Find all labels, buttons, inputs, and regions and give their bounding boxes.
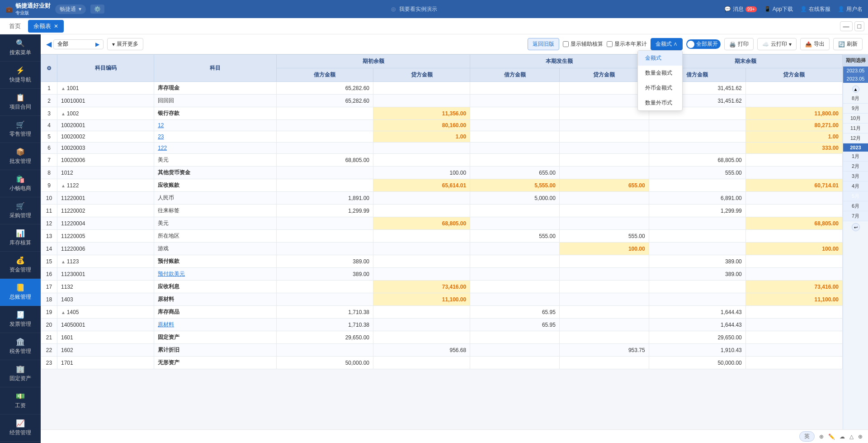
format-option-amount[interactable]: 金额式 xyxy=(638,51,682,66)
cell-account-name[interactable]: 原材料 xyxy=(154,319,277,331)
language-toggle[interactable]: 英 xyxy=(799,431,815,442)
tab-maximize-button[interactable]: □ xyxy=(854,21,864,31)
cell-ob-credit: 80,160.00 xyxy=(373,120,470,131)
sidebar-item-project[interactable]: 📋 项目合同 xyxy=(0,89,41,116)
sidebar-item-search-label: 搜索菜单 xyxy=(3,49,38,57)
sidebar-item-management[interactable]: 📈 经营管理 xyxy=(0,414,41,442)
sidebar-item-retail[interactable]: 🛒 零售管理 xyxy=(0,116,41,143)
refresh-button[interactable]: 🔄 刷新 xyxy=(833,38,863,50)
cell-pd-debit xyxy=(470,268,560,281)
month-9[interactable]: 9月 xyxy=(843,104,868,114)
demo-link[interactable]: 我要看实例演示 xyxy=(399,5,437,13)
cell-pd-debit xyxy=(470,357,560,369)
sidebar-item-invoice[interactable]: 🧾 发票管理 xyxy=(0,306,41,333)
tab-home[interactable]: 首页 xyxy=(4,20,26,33)
sidebar-item-inventory[interactable]: 📊 库存核算 xyxy=(0,224,41,252)
export-button[interactable]: 📤 导出 xyxy=(800,38,830,50)
tab-balance-sheet[interactable]: 余额表 ✕ xyxy=(28,20,64,33)
account-search-box[interactable]: ▶ xyxy=(53,39,104,49)
sidebar-item-project-label: 项目合同 xyxy=(3,103,38,111)
format-option-qty-amount[interactable]: 数量金额式 xyxy=(638,66,682,81)
cell-account-name[interactable]: 122 xyxy=(154,143,277,154)
month-3[interactable]: 3月 xyxy=(843,171,868,181)
cell-row-num: 15 xyxy=(41,255,57,268)
message-button[interactable]: 💬 消息 99+ xyxy=(724,5,757,13)
sidebar-item-fixed-assets[interactable]: 🏢 固定资产 xyxy=(0,360,41,387)
cell-account-name[interactable]: 12 xyxy=(154,120,277,131)
refresh-label: 刷新 xyxy=(847,40,858,48)
settings-icon[interactable]: ⚙ xyxy=(47,65,52,71)
tab-balance-label: 余额表 xyxy=(33,22,51,30)
online-service-button[interactable]: 👤 在线客服 xyxy=(800,5,830,13)
month-7[interactable]: 7月 xyxy=(843,211,868,221)
cell-ob-debit: 65,282.60 xyxy=(276,95,373,107)
sidebar-item-search[interactable]: 🔍 搜索菜单 xyxy=(0,34,41,62)
cloud-sync-icon[interactable]: ☁ xyxy=(840,433,845,440)
cloud-print-button[interactable]: ☁️ 云打印 ▾ xyxy=(757,38,797,50)
triangle-icon[interactable]: △ xyxy=(849,433,854,440)
month-6[interactable]: 6月 xyxy=(843,201,868,211)
tab-bar: 首页 余额表 ✕ — □ xyxy=(0,18,868,34)
cell-cb-credit xyxy=(745,205,842,217)
add-icon[interactable]: ⊕ xyxy=(858,433,863,440)
sidebar-item-ledger[interactable]: 📒 总账管理 xyxy=(0,279,41,306)
period-up-icon[interactable]: ▲ xyxy=(852,86,859,93)
format-option-qty-foreign[interactable]: 数量外币式 xyxy=(638,95,682,110)
cell-account-name[interactable]: 23 xyxy=(154,131,277,143)
language-label: 英 xyxy=(804,433,810,439)
cell-account-name[interactable]: 预付款美元 xyxy=(154,268,277,281)
table-row: 1611230001预付款美元389.00389.00 xyxy=(41,268,843,281)
month-2[interactable]: 2月 xyxy=(843,162,868,171)
tab-close-icon[interactable]: ✕ xyxy=(54,23,58,29)
expand-more-button[interactable]: ▾ 展开更多 xyxy=(107,38,143,50)
sidebar-item-finance[interactable]: 💰 资金管理 xyxy=(0,252,41,279)
sidebar-item-tax[interactable]: 🏛️ 税务管理 xyxy=(0,333,41,360)
print-button[interactable]: 🖨️ 打印 xyxy=(724,38,754,50)
app-download-button[interactable]: 📱 App下载 xyxy=(764,5,793,13)
format-button[interactable]: 金额式 ∧ xyxy=(651,38,683,50)
month-4[interactable]: 4月 xyxy=(843,181,868,191)
sidebar-item-payroll[interactable]: 💵 工资 xyxy=(0,387,41,414)
format-option-foreign-amount[interactable]: 外币金额式 xyxy=(638,81,682,95)
cell-account-code: 11220002 xyxy=(57,205,154,217)
period-2023-05-start[interactable]: 2023.05 xyxy=(843,67,868,75)
zoom-icon[interactable]: ⊕ xyxy=(819,433,824,440)
settings-icon[interactable]: ⚙️ xyxy=(90,5,104,14)
month-12[interactable]: 12月 xyxy=(843,133,868,143)
cell-pd-credit xyxy=(559,143,649,154)
expand-all-label[interactable]: 全部展开 xyxy=(696,40,718,48)
company-selector[interactable]: 畅捷通 ▾ xyxy=(55,5,86,14)
month-5[interactable]: 5月 xyxy=(843,191,868,201)
back-arrow-icon[interactable]: ◀ xyxy=(46,40,52,48)
show-ytd-checkbox[interactable]: 显示本年累计 xyxy=(607,40,647,48)
table-row: 9▲ 1122应收账款65,614.015,555.00655.0060,714… xyxy=(41,179,843,192)
month-8[interactable]: 8月 xyxy=(843,94,868,104)
ytd-checkbox-input[interactable] xyxy=(607,41,613,47)
header-settings[interactable]: ⚙ xyxy=(41,55,57,82)
sidebar-item-wholesale[interactable]: 📦 批发管理 xyxy=(0,143,41,170)
period-down-icon[interactable]: ↩ xyxy=(852,223,860,231)
cell-account-code: 10020006 xyxy=(57,154,154,167)
sidebar-item-nav[interactable]: ⚡ 快捷导航 xyxy=(0,62,41,89)
cell-cb-debit xyxy=(649,131,745,143)
user-avatar[interactable]: 👤 用户名 xyxy=(838,5,863,13)
edit-icon[interactable]: ✏️ xyxy=(828,433,835,440)
right-panel: 期间选择 2023.05 2023.05 ▲ 8月 9月 10月 11月 12月… xyxy=(843,54,868,429)
return-old-button[interactable]: 返回旧版 xyxy=(528,38,559,50)
sidebar-item-purchase[interactable]: 🛒 采购管理 xyxy=(0,197,41,224)
cell-pd-debit xyxy=(470,131,560,143)
month-11[interactable]: 11月 xyxy=(843,124,868,133)
sidebar-item-payroll-label: 工资 xyxy=(3,402,38,410)
period-2023-05-end[interactable]: 2023.05 xyxy=(843,75,868,83)
show-auxiliary-checkbox[interactable]: 显示辅助核算 xyxy=(563,40,603,48)
expand-toggle[interactable]: 全部展开 xyxy=(686,39,721,49)
account-search-input[interactable] xyxy=(57,41,94,48)
month-10[interactable]: 10月 xyxy=(843,114,868,124)
auxiliary-checkbox-input[interactable] xyxy=(563,41,569,47)
sidebar-item-ecommerce[interactable]: 🛍️ 小畅电商 xyxy=(0,170,41,197)
tab-minimize-button[interactable]: — xyxy=(840,21,853,31)
tax-icon: 🏛️ xyxy=(3,338,38,346)
cell-pd-credit: 555.00 xyxy=(559,230,649,243)
month-1[interactable]: 1月 xyxy=(843,152,868,162)
cell-pd-debit xyxy=(470,281,560,293)
